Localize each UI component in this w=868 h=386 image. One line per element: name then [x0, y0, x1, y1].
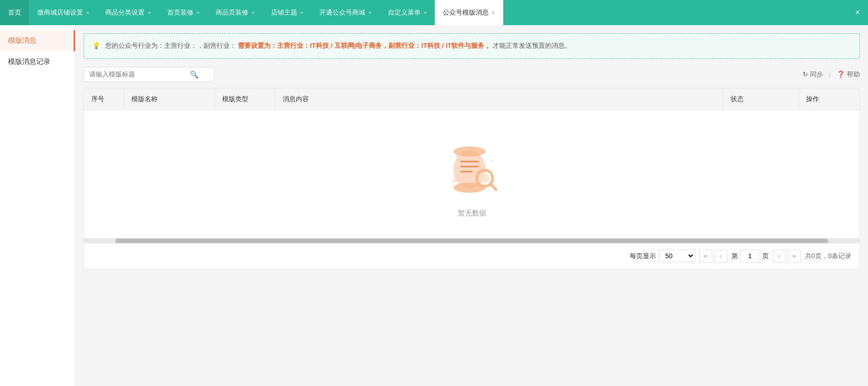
pagination: 每页显示 50 100 200 « ‹ 第 [84, 243, 859, 269]
sidebar-item-template-msg-record[interactable]: 模版消息记录 [0, 51, 75, 72]
col-action: 操作 [799, 89, 859, 110]
bulb-icon: 💡 [92, 42, 100, 49]
svg-point-11 [452, 179, 456, 183]
table-wrapper: 序号 模版名称 模版类型 消息内容 状态 操作 [84, 88, 860, 269]
notice-highlight: 需要设置为：主营行业：IT科技 / 互联网|电子商务，副营行业：IT科技 / I… [238, 42, 491, 49]
svg-point-9 [455, 154, 458, 157]
nav-item-home-decor[interactable]: 首页装修 × [159, 0, 208, 25]
main-content: 💡 您的公众号行业为：主营行业：，副营行业： 需要设置为：主营行业：IT科技 /… [76, 25, 868, 386]
top-nav: 首页 微商城店铺设置 × 商品分类设置 × 首页装修 × 商品页装修 × 店铺主… [0, 0, 868, 25]
sidebar: 模版消息 模版消息记录 [0, 25, 76, 386]
sidebar-item-template-msg[interactable]: 模版消息 [0, 30, 75, 51]
search-icon[interactable]: 🔍 [190, 70, 198, 79]
notice-box: 💡 您的公众号行业为：主营行业：，副营行业： 需要设置为：主营行业：IT科技 /… [84, 33, 860, 59]
total-info: 共0页，0条记录 [805, 252, 851, 261]
next-page-icon: › [778, 253, 780, 260]
notice-suffix: 才能正常发送预置的消息。 [493, 42, 571, 49]
first-page-button[interactable]: « [699, 250, 712, 263]
nav-label-custom-menu: 自定义菜单 [388, 8, 421, 17]
svg-point-7 [480, 173, 490, 183]
empty-state: 暂无数据 [84, 110, 859, 238]
table-header: 序号 模版名称 模版类型 消息内容 状态 操作 [84, 89, 859, 110]
toolbar: 🔍 ↻ 同步 | ❓ 帮助 [84, 67, 860, 82]
pagination-nav-right: › » [773, 250, 801, 263]
main-layout: 模版消息 模版消息记录 💡 您的公众号行业为：主营行业：，副营行业： 需要设置为… [0, 25, 868, 386]
toolbar-right: ↻ 同步 | ❓ 帮助 [803, 70, 860, 79]
last-page-button[interactable]: » [788, 250, 801, 263]
sidebar-label-template-msg: 模版消息 [8, 36, 36, 44]
nav-label-template-msg: 公众号模版消息 [443, 8, 489, 17]
nav-label-theme: 店铺主题 [271, 8, 297, 17]
sync-button[interactable]: ↻ 同步 [803, 70, 823, 79]
close-template-msg[interactable]: × [492, 10, 495, 16]
nav-item-product-decor[interactable]: 商品页装修 × [208, 0, 262, 25]
col-index: 序号 [84, 89, 124, 110]
nav-label-home: 首页 [8, 8, 21, 17]
prev-page-icon: ‹ [720, 253, 722, 260]
page-size-label: 每页显示 [630, 252, 656, 261]
close-home-decor[interactable]: × [196, 10, 199, 16]
page-size-select[interactable]: 50 100 200 [659, 250, 695, 262]
nav-item-theme[interactable]: 店铺主题 × [263, 0, 311, 25]
nav-item-home[interactable]: 首页 [0, 0, 29, 25]
page-suffix: 页 [762, 252, 769, 261]
nav-item-template-msg[interactable]: 公众号模版消息 × [435, 0, 503, 25]
first-page-icon: « [704, 253, 707, 260]
page-label: 第 [731, 252, 738, 261]
help-button[interactable]: ❓ 帮助 [837, 70, 860, 79]
nav-item-shop-settings[interactable]: 微商城店铺设置 × [29, 0, 97, 25]
empty-icon [442, 140, 502, 201]
close-open-wechat[interactable]: × [368, 10, 371, 16]
nav-label-category: 商品分类设置 [105, 8, 145, 17]
last-page-icon: » [792, 253, 796, 260]
sync-label: 同步 [810, 70, 823, 79]
notice-prefix: 您的公众号行业为：主营行业：，副营行业： [105, 42, 236, 49]
sync-icon: ↻ [803, 70, 808, 78]
close-shop-settings[interactable]: × [86, 10, 89, 16]
help-label: 帮助 [847, 70, 860, 79]
pagination-nav: « ‹ [699, 250, 727, 263]
close-custom-menu[interactable]: × [424, 10, 427, 16]
close-theme[interactable]: × [300, 10, 303, 16]
toolbar-divider: | [829, 70, 831, 78]
nav-label-home-decor: 首页装修 [167, 8, 193, 17]
global-close-button[interactable]: × [847, 8, 868, 17]
search-input[interactable] [89, 70, 190, 78]
col-status: 状态 [723, 89, 799, 110]
col-content: 消息内容 [276, 89, 723, 110]
nav-item-open-wechat[interactable]: 开通公众号商城 × [311, 0, 379, 25]
close-category[interactable]: × [148, 10, 151, 16]
search-area[interactable]: 🔍 [84, 67, 215, 82]
help-icon: ❓ [837, 70, 845, 78]
empty-text: 暂无数据 [458, 209, 486, 218]
nav-label-product-decor: 商品页装修 [216, 8, 248, 17]
col-name: 模版名称 [124, 89, 215, 110]
close-product-decor[interactable]: × [251, 10, 254, 16]
page-size-area: 每页显示 50 100 200 [630, 250, 695, 262]
scroll-bar[interactable] [84, 238, 859, 243]
global-close-icon: × [855, 8, 860, 17]
next-page-button[interactable]: › [773, 250, 786, 263]
nav-item-category[interactable]: 商品分类设置 × [97, 0, 159, 25]
page-input-area: 第 页 [731, 250, 769, 263]
sidebar-label-template-msg-record: 模版消息记录 [8, 57, 50, 65]
page-number-input[interactable] [740, 250, 760, 263]
svg-line-8 [490, 184, 496, 190]
prev-page-button[interactable]: ‹ [714, 250, 727, 263]
col-type: 模版类型 [215, 89, 276, 110]
svg-point-10 [491, 160, 493, 162]
nav-item-custom-menu[interactable]: 自定义菜单 × [380, 0, 435, 25]
nav-label-open-wechat: 开通公众号商城 [319, 8, 365, 17]
nav-label-shop-settings: 微商城店铺设置 [37, 8, 83, 17]
